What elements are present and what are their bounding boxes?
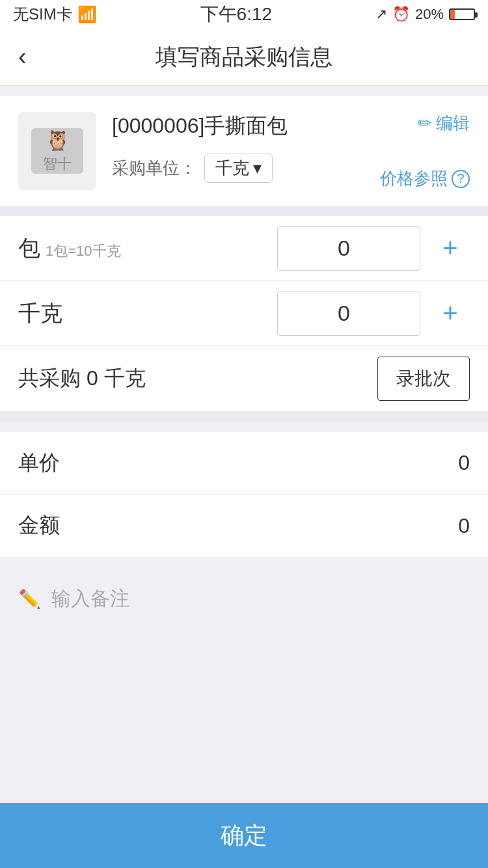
wifi-icon: 📶: [77, 5, 97, 23]
kilogram-label-main: 千克: [18, 299, 62, 329]
batch-record-button[interactable]: 录批次: [377, 357, 470, 401]
notes-section[interactable]: ✏️ 输入备注: [0, 567, 488, 631]
package-label-main: 包: [18, 234, 40, 264]
kilogram-input-wrap: +: [277, 292, 470, 336]
product-card: 🦉 智十 [0000006]手撕面包 采购单位： 千克 ▾ ✏ 编辑 价格参照 …: [0, 96, 488, 206]
price-info-section: 单价 0 金额 0: [0, 432, 488, 557]
notes-placeholder: 输入备注: [51, 586, 129, 612]
status-time: 下午6:12: [200, 2, 273, 27]
status-left: 无SIM卡 📶: [13, 4, 97, 25]
alarm-icon: ⏰: [392, 6, 410, 23]
package-input[interactable]: [277, 226, 420, 271]
location-icon: ↗: [375, 6, 387, 23]
info-icon: ?: [452, 170, 470, 188]
amount-row: 金额 0: [0, 495, 488, 557]
unit-price-label: 单价: [18, 449, 60, 478]
kilogram-input-row: 千克 +: [0, 281, 488, 346]
package-plus-button[interactable]: +: [431, 226, 470, 271]
dropdown-arrow-icon: ▾: [253, 158, 262, 178]
total-purchase-text: 共采购 0 千克: [18, 364, 146, 393]
battery-icon: [449, 8, 475, 20]
back-button[interactable]: ‹: [18, 43, 27, 71]
edit-icon: ✏: [418, 113, 432, 133]
product-thumbnail: 🦉 智十: [18, 112, 96, 190]
edit-label: 编辑: [436, 112, 470, 135]
pencil-icon: ✏️: [18, 588, 41, 610]
section-divider-1: [0, 206, 488, 216]
status-right: ↗ ⏰ 20%: [375, 6, 475, 23]
package-input-wrap: +: [277, 226, 470, 271]
product-logo-icon: 🦉: [46, 129, 70, 152]
unit-label: 采购单位：: [112, 157, 197, 180]
product-name: [0000006]手撕面包: [112, 112, 470, 141]
nav-bar: ‹ 填写商品采购信息: [0, 29, 488, 86]
product-logo-text: 智十: [43, 154, 72, 174]
kilogram-label: 千克: [18, 299, 122, 329]
kilogram-input[interactable]: [277, 292, 420, 336]
quantity-input-section: 包 1包=10千克 + 千克 +: [0, 216, 488, 346]
edit-button[interactable]: ✏ 编辑: [418, 112, 470, 135]
price-reference-button[interactable]: 价格参照 ?: [380, 167, 470, 190]
amount-label: 金额: [18, 511, 60, 540]
page-title: 填写商品采购信息: [156, 42, 332, 72]
package-label: 包 1包=10千克: [18, 234, 122, 264]
package-input-row: 包 1包=10千克 +: [0, 216, 488, 281]
amount-value: 0: [458, 514, 470, 538]
carrier-label: 无SIM卡: [13, 4, 72, 25]
unit-select[interactable]: 千克 ▾: [204, 154, 273, 183]
unit-price-value: 0: [458, 451, 470, 475]
kilogram-plus-button[interactable]: +: [431, 292, 470, 336]
summary-row: 共采购 0 千克 录批次: [0, 346, 488, 411]
battery-percentage: 20%: [415, 6, 444, 23]
price-ref-label: 价格参照: [380, 167, 448, 190]
confirm-button[interactable]: 确定: [0, 803, 488, 868]
unit-price-row: 单价 0: [0, 432, 488, 495]
unit-value: 千克: [215, 157, 249, 180]
bottom-space: [0, 631, 488, 813]
section-divider-2: [0, 411, 488, 422]
status-bar: 无SIM卡 📶 下午6:12 ↗ ⏰ 20%: [0, 0, 488, 29]
package-label-sub: 1包=10千克: [46, 241, 121, 261]
